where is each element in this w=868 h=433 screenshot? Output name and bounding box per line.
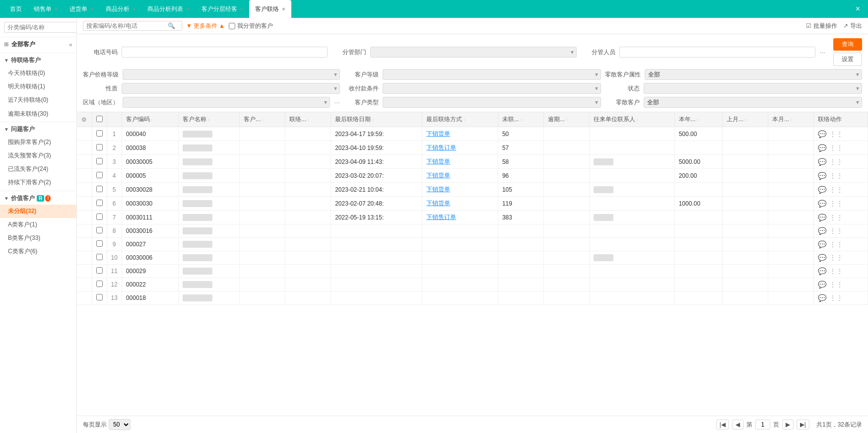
row-check-9[interactable]: [96, 254, 103, 260]
action-call-0[interactable]: 💬: [818, 130, 826, 138]
close-customer-contact-icon[interactable]: ×: [282, 6, 285, 12]
first-page-btn[interactable]: |◀: [716, 420, 729, 430]
row-check-3[interactable]: [96, 172, 103, 178]
sidebar-item-tomorrow[interactable]: 明天待联络(1): [0, 80, 76, 93]
row-check-12[interactable]: [96, 294, 103, 300]
customer-level-select[interactable]: [383, 69, 601, 80]
action-call-6[interactable]: 💬: [818, 214, 826, 221]
col-type-header[interactable]: 客户...↕: [240, 112, 285, 127]
col-name-header[interactable]: 客户名称↕: [179, 112, 240, 127]
prev-page-btn[interactable]: ◀: [732, 420, 743, 430]
last-way-link-5[interactable]: 下销货单: [426, 200, 450, 207]
filter-search-icon[interactable]: 🔍: [168, 22, 175, 29]
price-level-select[interactable]: [123, 69, 340, 80]
query-button[interactable]: 查询: [833, 38, 862, 51]
close-customer-tier-icon[interactable]: ×: [240, 6, 243, 12]
filter-search-input[interactable]: [86, 22, 166, 29]
tab-sales[interactable]: 销售单 ×: [28, 0, 64, 18]
gear-icon[interactable]: ⚙: [81, 116, 87, 123]
page-input[interactable]: [755, 420, 770, 430]
sidebar-item-ungrouped[interactable]: 未分组(32): [0, 205, 76, 218]
row-check-8[interactable]: [96, 240, 103, 247]
sidebar-all-customers[interactable]: ⊞ 全部客户 «: [0, 37, 76, 52]
row-check-11[interactable]: [96, 281, 103, 287]
sidebar-item-hoarding[interactable]: 囤购异常客户(2): [0, 136, 76, 149]
action-call-9[interactable]: 💬: [818, 254, 826, 262]
action-call-10[interactable]: 💬: [818, 267, 826, 275]
batch-ops-btn[interactable]: ☑ 批量操作: [806, 22, 837, 30]
tab-customer-contact[interactable]: 客户联络 ×: [249, 0, 291, 18]
top-nav-close-icon[interactable]: ×: [852, 4, 864, 13]
scattered-attr-select[interactable]: 全部: [645, 69, 862, 80]
scattered-select[interactable]: 全部: [644, 97, 862, 108]
my-customers-checkbox[interactable]: [229, 23, 235, 29]
row-check-7[interactable]: [96, 227, 103, 233]
next-page-btn[interactable]: ▶: [782, 420, 794, 430]
sidebar-item-class-b[interactable]: B类客户(33): [0, 231, 76, 245]
row-check-10[interactable]: [96, 267, 103, 274]
action-more-8[interactable]: ⋮⋮: [829, 240, 843, 248]
reset-button[interactable]: 设置: [833, 53, 862, 66]
action-more-10[interactable]: ⋮⋮: [829, 267, 843, 275]
action-more-6[interactable]: ⋮⋮: [829, 214, 843, 221]
row-check-0[interactable]: [96, 130, 103, 137]
action-call-7[interactable]: 💬: [818, 227, 826, 235]
filter-more-btn[interactable]: ▼ 更多条件 ▲: [186, 22, 225, 30]
last-way-link-6[interactable]: 下销售订单: [426, 214, 456, 220]
action-call-11[interactable]: 💬: [818, 281, 826, 289]
col-overdue-header[interactable]: 逾期...↕: [543, 112, 589, 127]
action-more-3[interactable]: ⋮⋮: [829, 172, 843, 180]
tab-home[interactable]: 首页: [4, 0, 28, 18]
payment-select[interactable]: [383, 83, 601, 94]
last-way-link-4[interactable]: 下销货单: [426, 186, 450, 193]
row-check-4[interactable]: [96, 186, 103, 192]
col-code-header[interactable]: 客户编码↕: [122, 112, 178, 127]
sidebar-item-class-a[interactable]: A类客户(1): [0, 218, 76, 231]
action-more-9[interactable]: ⋮⋮: [829, 254, 843, 262]
sidebar-collapse-icon[interactable]: «: [69, 41, 72, 48]
filter-search-box[interactable]: 🔍: [83, 21, 182, 31]
nature-select[interactable]: [122, 83, 340, 94]
tab-purchase[interactable]: 进货单 ×: [64, 0, 99, 18]
action-call-2[interactable]: 💬: [818, 158, 826, 166]
tab-customer-tier[interactable]: 客户分层经客 ×: [196, 0, 249, 18]
col-last-month-header[interactable]: 上月...↕: [723, 112, 768, 127]
action-more-5[interactable]: ⋮⋮: [829, 200, 843, 208]
col-last-contact-date-header[interactable]: 最后联络日期↕: [331, 112, 422, 127]
close-purchase-icon[interactable]: ×: [90, 6, 93, 12]
last-way-link-1[interactable]: 下销售订单: [426, 144, 456, 151]
last-way-link-3[interactable]: 下销货单: [426, 172, 450, 179]
action-call-3[interactable]: 💬: [818, 172, 826, 180]
dept-select[interactable]: [370, 47, 576, 58]
last-way-link-0[interactable]: 下销货单: [426, 130, 450, 137]
close-goods-list-icon[interactable]: ×: [186, 6, 189, 12]
col-this-year-header[interactable]: 本年...↕: [674, 112, 723, 127]
action-call-12[interactable]: 💬: [818, 294, 826, 302]
per-page-select[interactable]: 50: [109, 419, 131, 430]
export-btn[interactable]: ↗ 导出: [843, 22, 862, 30]
sidebar-group-pending[interactable]: ▼ 待联络客户: [0, 54, 76, 67]
action-more-12[interactable]: ⋮⋮: [829, 294, 843, 302]
action-call-8[interactable]: 💬: [818, 240, 826, 248]
row-check-1[interactable]: [96, 144, 103, 150]
tab-goods-analysis[interactable]: 商品分析 ×: [100, 0, 141, 18]
customer-type-select[interactable]: [383, 97, 601, 108]
row-check-5[interactable]: [96, 200, 103, 206]
sidebar-item-today[interactable]: 今天待联络(0): [0, 67, 76, 80]
select-all-checkbox[interactable]: [96, 116, 103, 122]
close-sales-icon[interactable]: ×: [55, 6, 58, 12]
action-call-5[interactable]: 💬: [818, 200, 826, 208]
row-check-2[interactable]: [96, 158, 103, 164]
action-call-4[interactable]: 💬: [818, 186, 826, 194]
sidebar-search-input[interactable]: [4, 22, 77, 33]
action-call-1[interactable]: 💬: [818, 144, 826, 152]
col-contact-header[interactable]: 联络...↕: [285, 112, 331, 127]
sidebar-item-week[interactable]: 近7天待联络(0): [0, 93, 76, 107]
region-select[interactable]: [123, 97, 330, 108]
sidebar-item-churned[interactable]: 已流失客户(24): [0, 162, 76, 176]
close-goods-analysis-icon[interactable]: ×: [133, 6, 135, 12]
col-not-contacted-header[interactable]: 未联...↕: [498, 112, 543, 127]
sidebar-item-churn-warning[interactable]: 流失预警客户(3): [0, 149, 76, 162]
manager-input[interactable]: [619, 47, 816, 58]
action-more-7[interactable]: ⋮⋮: [829, 227, 843, 235]
